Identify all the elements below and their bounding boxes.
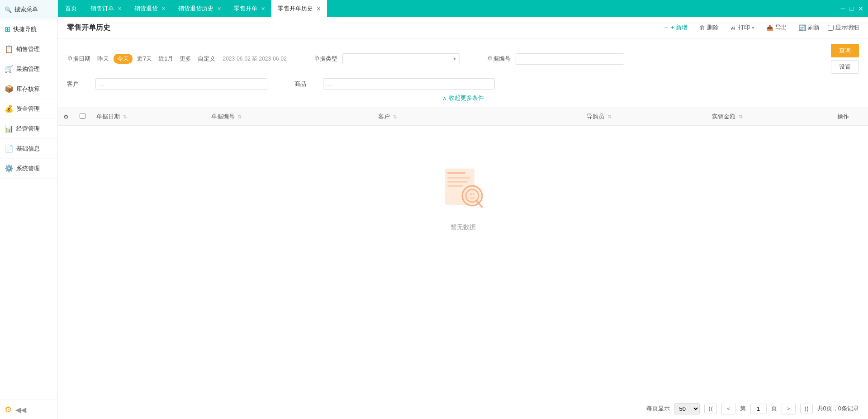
col-salesperson-label: 导购员: [587, 113, 604, 120]
sort-date-icon: ⇅: [123, 114, 127, 119]
col-orderno[interactable]: 单据编号 ⇅: [206, 108, 373, 126]
sidebar-collapse-icon[interactable]: ◀◀: [15, 405, 26, 414]
delete-button[interactable]: 🗑 删除: [696, 22, 722, 33]
col-checkbox: [74, 108, 91, 126]
tab-retail-history-label: 零售开单历史: [278, 5, 313, 13]
sort-salesperson-icon: ⇅: [607, 114, 612, 119]
customer-label: 客户: [67, 80, 92, 88]
customer-input[interactable]: ...: [95, 78, 267, 89]
date-shortcut-7days[interactable]: 近7天: [135, 54, 154, 64]
print-icon: 🖨: [730, 24, 736, 31]
table-settings-icon[interactable]: ⚙: [63, 113, 69, 120]
customer-dots: ...: [100, 80, 104, 87]
sidebar-item-inventory[interactable]: 📦 库存核算: [0, 79, 57, 99]
tab-bar: 首页 销售订单 ✕ 销货退货 ✕ 销货退货历史 ✕ 零售开单 ✕ 零售开单历史 …: [58, 0, 868, 17]
page-number-input[interactable]: [750, 404, 767, 414]
date-shortcut-custom[interactable]: 自定义: [196, 54, 217, 64]
page-summary: 共0页，0条记录: [817, 405, 859, 413]
page-suffix: 页: [771, 405, 777, 413]
export-button[interactable]: 📤 导出: [763, 22, 791, 33]
quick-nav-icon: ⊞: [5, 25, 10, 33]
tab-close-icon[interactable]: ✕: [261, 6, 265, 12]
setting-button[interactable]: 设置: [831, 60, 859, 74]
display-detail-checkbox[interactable]: 显示明细: [828, 24, 859, 32]
tab-home[interactable]: 首页: [58, 0, 84, 17]
tab-close-icon[interactable]: ✕: [118, 6, 122, 12]
col-amount-label: 实销金额: [712, 113, 735, 120]
sidebar: 🔍 搜索采单 ⊞ 快捷导航 📋 销售管理 🛒 采购管理 📦 库存核算 💰 资金管…: [0, 0, 58, 419]
svg-rect-3: [447, 181, 468, 183]
window-maximize-icon[interactable]: □: [850, 5, 854, 12]
col-date[interactable]: 单据日期 ⇅: [91, 108, 206, 126]
date-shortcut-yesterday[interactable]: 昨天: [95, 54, 111, 64]
query-button[interactable]: 查询: [831, 44, 859, 57]
per-page-label: 每页显示: [646, 405, 670, 413]
purchase-mgmt-icon: 🛒: [5, 65, 14, 73]
refresh-icon: 🔄: [799, 24, 806, 31]
main-content: 首页 销售订单 ✕ 销货退货 ✕ 销货退货历史 ✕ 零售开单 ✕ 零售开单历史 …: [58, 0, 868, 419]
page-last-button[interactable]: ⟩⟩: [800, 404, 813, 414]
select-all-checkbox[interactable]: [80, 113, 85, 119]
tab-close-icon[interactable]: ✕: [317, 6, 321, 12]
tab-retail-history[interactable]: 零售开单历史 ✕: [271, 0, 327, 17]
sidebar-item-operation[interactable]: 📊 经营管理: [0, 119, 57, 139]
sidebar-item-system-mgmt[interactable]: ⚙️ 系统管理: [0, 159, 57, 179]
window-minimize-icon[interactable]: ─: [841, 5, 845, 12]
page-next-button[interactable]: ＞: [782, 403, 796, 414]
sidebar-item-label: 快捷导航: [13, 25, 37, 33]
query-setting-group: 查询 设置: [831, 44, 859, 74]
tab-close-icon[interactable]: ✕: [161, 6, 166, 12]
table-header-row: ⚙ 单据日期 ⇅ 单据编号 ⇅ 客户 ⇅: [58, 108, 868, 126]
sort-amount-icon: ⇅: [739, 114, 743, 119]
sidebar-item-label: 基础信息: [16, 145, 40, 153]
svg-rect-4: [447, 185, 463, 187]
col-date-label: 单据日期: [96, 113, 120, 120]
display-detail-check[interactable]: [828, 25, 834, 31]
orderno-input[interactable]: [516, 53, 624, 65]
collapse-more-btn[interactable]: ∧ 收起更多条件: [67, 94, 859, 102]
type-select[interactable]: ▾: [342, 53, 460, 64]
page-label: 第: [740, 405, 746, 413]
export-icon: 📤: [766, 24, 773, 31]
date-shortcut-1month[interactable]: 近1月: [157, 54, 175, 64]
sidebar-search-label: 搜索采单: [14, 5, 38, 14]
pagination-bar: 每页显示 50 10 20 100 ⟨⟨ ＜ 第 页 ＞ ⟩⟩ 共0页，0条记录: [58, 398, 868, 419]
add-button[interactable]: ＋ + 新增: [659, 22, 691, 33]
tab-sales-order[interactable]: 销售订单 ✕: [84, 0, 128, 17]
refresh-label: 刷新: [808, 24, 820, 32]
sidebar-item-quick-nav[interactable]: ⊞ 快捷导航: [0, 19, 57, 39]
tab-retail-open[interactable]: 零售开单 ✕: [228, 0, 271, 17]
goods-input[interactable]: ...: [323, 78, 495, 89]
window-close-icon[interactable]: ✕: [858, 5, 863, 12]
date-range-display: 2023-06-02 至 2023-06-02: [223, 55, 286, 63]
sidebar-item-label: 采购管理: [16, 65, 40, 73]
col-orderno-label: 单据编号: [211, 113, 235, 120]
basic-info-icon: 📄: [5, 144, 14, 153]
print-button[interactable]: 🖨 打印 ▾: [727, 22, 758, 33]
tab-home-label: 首页: [65, 5, 77, 13]
sidebar-item-sales-mgmt[interactable]: 📋 销售管理: [0, 39, 57, 59]
tab-sales-return-history[interactable]: 销货退货历史 ✕: [172, 0, 228, 17]
tab-close-icon[interactable]: ✕: [217, 6, 221, 12]
col-salesperson[interactable]: 导购员 ⇅: [581, 108, 707, 126]
col-customer[interactable]: 客户 ⇅: [373, 108, 581, 126]
col-amount[interactable]: 实销金额 ⇅: [707, 108, 832, 126]
tab-sales-return[interactable]: 销货退货 ✕: [128, 0, 172, 17]
date-shortcut-today[interactable]: 今天: [114, 54, 133, 64]
settings-gear-icon[interactable]: ⚙: [5, 405, 12, 414]
sidebar-item-finance[interactable]: 💰 资金管理: [0, 99, 57, 119]
per-page-select[interactable]: 50 10 20 100: [674, 403, 700, 414]
sidebar-item-basic-info[interactable]: 📄 基础信息: [0, 139, 57, 159]
filter-type: 单据类型 ▾: [314, 53, 460, 64]
filter-customer: 客户 ...: [67, 78, 267, 89]
sidebar-search[interactable]: 🔍 搜索采单: [0, 0, 57, 19]
operation-icon: 📊: [5, 124, 14, 133]
orderno-label: 单据编号: [487, 55, 512, 63]
sidebar-item-purchase-mgmt[interactable]: 🛒 采购管理: [0, 59, 57, 79]
page-first-button[interactable]: ⟨⟨: [704, 404, 717, 414]
page-title: 零售开单历史: [67, 23, 110, 33]
date-shortcut-more[interactable]: 更多: [178, 54, 193, 64]
refresh-button[interactable]: 🔄 刷新: [795, 22, 823, 33]
page-prev-button[interactable]: ＜: [721, 403, 735, 414]
col-setting: ⚙: [58, 108, 74, 126]
